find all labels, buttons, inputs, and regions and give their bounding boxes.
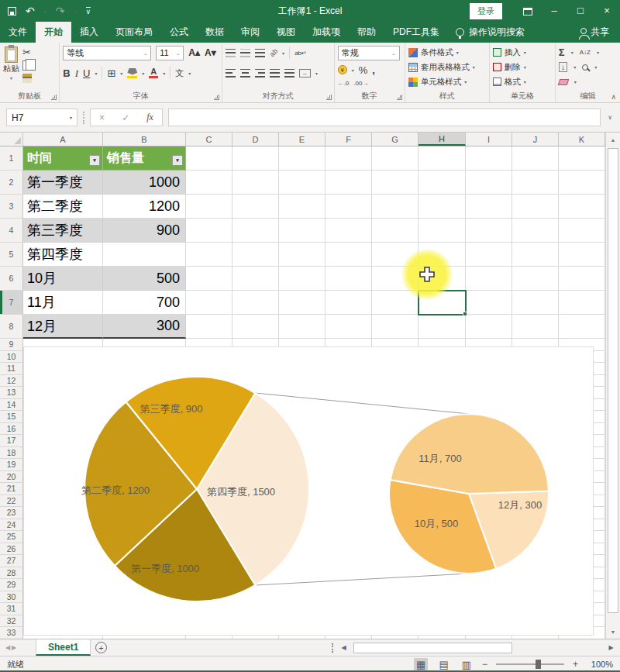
- merge-dropdown-icon[interactable]: ▾: [315, 71, 318, 76]
- save-icon[interactable]: [8, 7, 16, 16]
- cell-A8[interactable]: 12月: [23, 315, 103, 339]
- autosum-dropdown-icon[interactable]: ▾: [571, 50, 574, 55]
- cell-K8[interactable]: [559, 315, 605, 339]
- zoom-level[interactable]: 100%: [587, 660, 613, 669]
- ribbon-tab-帮助[interactable]: 帮助: [349, 22, 384, 43]
- clipboard-dialog-launcher[interactable]: [51, 95, 57, 100]
- row-header-18[interactable]: 18: [0, 447, 23, 460]
- col-header-A[interactable]: A: [23, 133, 103, 146]
- cell-I8[interactable]: [466, 315, 512, 339]
- cell-B8[interactable]: 300: [103, 315, 186, 339]
- align-center-button[interactable]: [240, 69, 250, 78]
- login-button[interactable]: 登录: [470, 3, 502, 19]
- cell-C1[interactable]: [186, 146, 232, 171]
- delete-cells-button[interactable]: 删除▾: [493, 60, 552, 74]
- ribbon-tab-公式[interactable]: 公式: [161, 22, 197, 43]
- row-header-15[interactable]: 15: [0, 411, 23, 423]
- cell-J3[interactable]: [512, 195, 559, 219]
- col-header-E[interactable]: E: [279, 133, 326, 146]
- zoom-out-button[interactable]: −: [482, 659, 487, 670]
- col-header-D[interactable]: D: [232, 133, 279, 146]
- clear-dropdown-icon[interactable]: ▾: [574, 79, 577, 84]
- decrease-font-button[interactable]: A▾: [205, 47, 216, 58]
- cell-I7[interactable]: [466, 291, 512, 315]
- row-header-8[interactable]: 8: [0, 315, 23, 339]
- cell-E8[interactable]: [279, 315, 326, 339]
- cell-G1[interactable]: [372, 146, 418, 171]
- cell-I1[interactable]: [466, 146, 512, 171]
- accounting-dropdown-icon[interactable]: ▾: [352, 67, 354, 73]
- cell-B4[interactable]: 900: [103, 219, 186, 243]
- cell-K4[interactable]: [559, 219, 605, 243]
- row-header-14[interactable]: 14: [0, 399, 23, 412]
- cell-H8[interactable]: [418, 315, 466, 339]
- cell-F6[interactable]: [326, 267, 372, 291]
- zoom-in-button[interactable]: +: [573, 659, 578, 670]
- row-header-33[interactable]: 33: [0, 627, 23, 639]
- cell-I5[interactable]: [466, 243, 512, 267]
- row-header-20[interactable]: 20: [0, 471, 23, 484]
- cell-H4[interactable]: [418, 219, 466, 243]
- cell-I2[interactable]: [466, 171, 512, 195]
- row-header-31[interactable]: 31: [0, 603, 23, 615]
- sheet-nav-right-icon[interactable]: ▶: [6, 639, 22, 656]
- fill-button[interactable]: ↓: [559, 62, 568, 72]
- cell-J4[interactable]: [512, 219, 559, 243]
- cell-A2[interactable]: 第一季度: [23, 171, 103, 195]
- cell-F8[interactable]: [326, 315, 372, 339]
- align-right-button[interactable]: [255, 69, 265, 78]
- cell-D8[interactable]: [232, 315, 279, 339]
- row-header-26[interactable]: 26: [0, 543, 23, 556]
- cell-D7[interactable]: [232, 291, 279, 315]
- maximize-button[interactable]: □: [567, 0, 594, 22]
- cell-K7[interactable]: [559, 291, 605, 315]
- cell-F1[interactable]: [326, 146, 372, 171]
- row-header-12[interactable]: 12: [0, 375, 23, 388]
- cell-K1[interactable]: [559, 146, 605, 171]
- cell-G3[interactable]: [372, 195, 418, 219]
- format-as-table-button[interactable]: 套用表格格式▾: [408, 60, 486, 74]
- row-header-30[interactable]: 30: [0, 591, 23, 604]
- fill-color-dropdown-icon[interactable]: ▾: [142, 71, 144, 76]
- align-top-button[interactable]: [226, 49, 236, 57]
- percent-style-button[interactable]: %: [359, 65, 368, 75]
- horizontal-scrollbar[interactable]: ◀ ▶: [332, 639, 620, 656]
- format-painter-button[interactable]: [22, 74, 32, 83]
- cell-C5[interactable]: [186, 243, 232, 267]
- zoom-slider-thumb[interactable]: [536, 660, 541, 669]
- row-header-25[interactable]: 25: [0, 531, 23, 543]
- cell-H3[interactable]: [418, 195, 466, 219]
- expand-formula-bar-button[interactable]: ∨: [606, 114, 614, 121]
- increase-decimal-button[interactable]: ←.0: [338, 80, 350, 87]
- cell-B2[interactable]: 1000: [103, 171, 186, 195]
- scroll-down-button[interactable]: ▼: [606, 625, 620, 639]
- wrap-text-button[interactable]: ab↵: [294, 50, 307, 57]
- accounting-format-button[interactable]: ¥: [338, 65, 347, 74]
- row-header-10[interactable]: 10: [0, 351, 23, 364]
- insert-function-button[interactable]: fx: [146, 112, 153, 123]
- row-header-32[interactable]: 32: [0, 615, 23, 628]
- ribbon-tab-文件[interactable]: 文件: [0, 22, 36, 43]
- row-header-22[interactable]: 22: [0, 495, 23, 508]
- underline-button[interactable]: U: [83, 68, 90, 78]
- customize-qat-button[interactable]: ∨: [86, 7, 91, 15]
- cell-E7[interactable]: [279, 291, 326, 315]
- cell-D6[interactable]: [232, 267, 279, 291]
- row-header-5[interactable]: 5: [0, 243, 23, 267]
- decrease-indent-button[interactable]: [270, 69, 280, 78]
- cell-D5[interactable]: [232, 243, 279, 267]
- cancel-button[interactable]: ×: [99, 112, 105, 123]
- number-dialog-launcher[interactable]: [397, 95, 402, 100]
- ribbon-display-options-button[interactable]: [515, 0, 541, 22]
- row-header-9[interactable]: 9: [0, 339, 23, 351]
- cell-K2[interactable]: [559, 171, 605, 195]
- row-header-27[interactable]: 27: [0, 555, 23, 567]
- cell-A4[interactable]: 第三季度: [23, 219, 103, 243]
- clear-button[interactable]: [558, 79, 570, 85]
- pie-slice-11月[interactable]: [391, 414, 549, 494]
- close-button[interactable]: ×: [594, 0, 620, 22]
- name-box[interactable]: H7 ▾: [6, 109, 78, 126]
- cell-F2[interactable]: [326, 171, 372, 195]
- scroll-up-button[interactable]: ▲: [606, 133, 620, 146]
- scrollbar-resize-handle[interactable]: [332, 643, 333, 653]
